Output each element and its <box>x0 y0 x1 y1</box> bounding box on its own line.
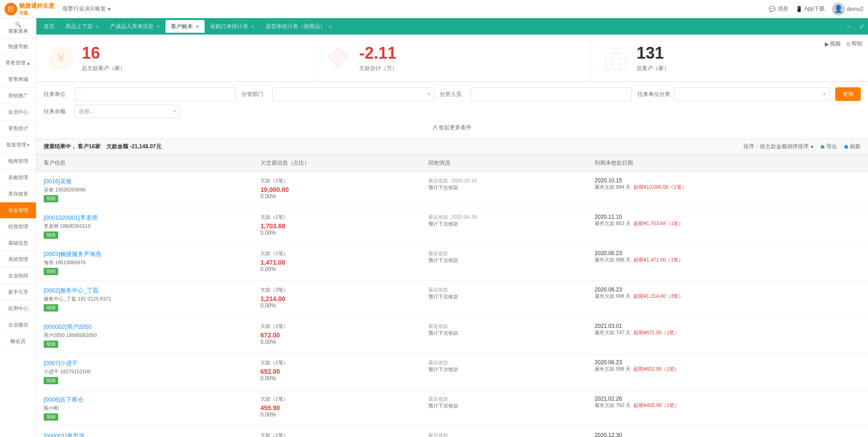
chevron-down-icon: ▾ <box>427 91 430 97</box>
close-icon[interactable]: ✕ <box>95 24 99 29</box>
collapse-filters-button[interactable]: ⋀ 收起更多条件 <box>44 122 861 133</box>
sidebar-item-operations[interactable]: 经营管理 <box>0 219 36 235</box>
sidebar-item-enterprise-collab[interactable]: 企业协同 <box>0 268 36 284</box>
balance-input[interactable]: 选择... ▾ <box>75 105 180 118</box>
export-icon <box>821 145 824 149</box>
sidebar-item-inventory[interactable]: 库存核算 <box>0 186 36 202</box>
chevron-down-icon: ▾ <box>27 143 30 147</box>
filter-balance: 往来余额 选择... ▾ <box>44 105 180 118</box>
filter-row-1: 往来单位 ··· 分管部门 ▾ 分管人员 <box>44 87 861 101</box>
customer-name-link[interactable]: [0001020001]李老师 <box>44 214 246 222</box>
sidebar-item-wholesale-mgmt[interactable]: 批发管理 ▾ <box>0 137 36 153</box>
overdue-days: 最长欠款 747 天 超期¥672.00（1笔） <box>595 329 861 336</box>
category-input[interactable]: ▾ <box>674 87 830 101</box>
chevron-down-icon: ▾ <box>823 91 826 97</box>
customer-name-link[interactable]: [0002]服务中心_丁磊 <box>44 286 246 295</box>
debt-amount[interactable]: 672.00 <box>261 332 414 339</box>
tab-product-listing[interactable]: 商品上下架 ✕ <box>60 20 105 33</box>
tab-purchase-detail[interactable]: 进货单统计表（按商品） ✕ <box>260 20 337 33</box>
debt-amount[interactable]: 10,000.00 <box>261 186 414 193</box>
refresh-button[interactable]: 刷新 <box>844 143 861 151</box>
customer-contact: 服务中心_丁磊 181 0125 8371 <box>44 296 246 302</box>
recovery-cell: 最近收款 预计下次收款 <box>421 354 587 390</box>
overdue-amount[interactable]: 超期¥652.00（1笔） <box>633 366 679 372</box>
sidebar-item-new-guide[interactable]: 新手引导 <box>0 284 36 301</box>
debt-percent: 0.00% <box>261 193 414 200</box>
overdue-amount[interactable]: 超期¥1,703.68（1笔） <box>633 221 683 226</box>
tab-maximize-button[interactable]: ⤢ <box>857 22 866 31</box>
customer-name-link[interactable]: [000001]黄思源 <box>44 432 246 437</box>
due-date-cell: 2021.02.26 最长欠款 750 天 超期¥455.90（1笔） <box>587 390 868 427</box>
due-date-cell: 2020.06.23 最长欠款 998 天 超期¥1,471.00（1笔） <box>587 245 868 281</box>
sidebar-item-marketing[interactable]: 营销推广 <box>0 88 36 104</box>
sidebar-item-enterprise-wechat[interactable]: 企业微信 <box>0 317 36 333</box>
search-menu-button[interactable]: 🔍 搜索菜单 <box>0 18 36 39</box>
debt-amount[interactable]: 652.00 <box>261 368 414 375</box>
sidebar-item-chang-member[interactable]: 畅会员 <box>0 333 36 350</box>
sidebar-item-system[interactable]: 系统管理 <box>0 251 36 268</box>
table-row: [0001020001]李老师 李老师 18600391516 现销 欠款（1笔… <box>36 208 868 245</box>
last-payment-label: 最近收款 <box>428 396 580 402</box>
overdue-amount[interactable]: 超期¥1,214.00（3笔） <box>633 293 683 299</box>
sidebar-item-retail-mall[interactable]: 零售商城 <box>0 71 36 88</box>
overdue-amount[interactable]: 超期¥1,471.00（1笔） <box>633 257 683 262</box>
close-icon[interactable]: ✕ <box>196 24 199 29</box>
tab-purchase-stats[interactable]: 采购订单统计表 ✕ <box>205 20 260 33</box>
video-button[interactable]: ▶ 视频 <box>825 40 841 48</box>
sidebar-item-finance[interactable]: 资金管理 <box>0 202 36 219</box>
customer-tag: 现销 <box>44 413 58 421</box>
top-bar: 好 畅捷通好生意 示版 母婴行业演示账套 ▾ 💬 消息 📱 App下载 👤 de… <box>0 0 868 18</box>
customer-cell: [0001020001]李老师 李老师 18600391516 现销 <box>36 208 253 245</box>
department-input[interactable]: ▾ <box>272 87 434 101</box>
help-button[interactable]: ⊙ 帮助 <box>846 40 863 48</box>
sidebar-item-app-center[interactable]: 应用中心 <box>0 301 36 317</box>
manager-input[interactable]: ··· <box>471 87 632 101</box>
close-icon[interactable]: ✕ <box>328 24 332 29</box>
customer-name-link[interactable]: [0003]畅捷服务尹海燕 <box>44 250 246 258</box>
customer-name-link[interactable]: [0007]小进干 <box>44 359 246 367</box>
sort-label: 排序：按欠款金额倒序排序 <box>743 143 809 151</box>
sidebar-item-quick-nav[interactable]: 快捷导航 <box>0 39 36 55</box>
top-bar-left: 好 畅捷通好生意 示版 母婴行业演示账套 ▾ <box>5 2 114 16</box>
app-download-button[interactable]: 📱 App下载 <box>796 5 825 13</box>
customer-name-link[interactable]: [0006]去下粮仓 <box>44 396 246 404</box>
export-button[interactable]: 导出 <box>821 143 837 151</box>
sort-selector[interactable]: 排序：按欠款金额倒序排序 ▾ <box>743 143 813 151</box>
sidebar-item-member-center[interactable]: 会员中心 <box>0 104 36 121</box>
money-icon: ¥ <box>47 45 75 72</box>
sidebar-item-ecommerce[interactable]: 电商管理 <box>0 153 36 170</box>
due-date: 2020.10.15 <box>595 177 861 184</box>
sidebar-item-basic-info[interactable]: 基础信息 <box>0 235 36 251</box>
tab-home[interactable]: 首页 <box>38 20 60 33</box>
tab-production-history[interactable]: 产成品入库单历史 ✕ <box>105 20 166 33</box>
debt-amount[interactable]: 455.90 <box>261 404 414 412</box>
overdue-amount[interactable]: 超期¥10,000.00（1笔） <box>633 184 686 190</box>
message-button[interactable]: 💬 消息 <box>769 5 788 13</box>
debt-amount[interactable]: 1,703.68 <box>261 222 414 230</box>
chevron-down-icon: ▾ <box>108 6 110 12</box>
user-menu[interactable]: 👤 demo2 <box>832 3 863 15</box>
store-selector[interactable]: 母婴行业演示账套 ▾ <box>58 5 114 13</box>
svg-rect-7 <box>609 63 613 66</box>
customer-name-link[interactable]: [000002]用户2050 <box>44 323 246 331</box>
stat-number-total-customers: 131 <box>637 44 857 63</box>
debt-amount[interactable]: 1,471.00 <box>261 259 414 266</box>
overdue-amount[interactable]: 超期¥455.90（1笔） <box>633 402 679 408</box>
search-button[interactable]: 查询 <box>835 87 861 101</box>
main-layout: 🔍 搜索菜单 快捷导航 零售管理 ▲ 零售商城 营销推广 会员中心 零售统计 批… <box>0 18 868 437</box>
sidebar-item-retail-mgmt[interactable]: 零售管理 ▲ <box>0 55 36 71</box>
close-icon[interactable]: ✕ <box>156 24 160 29</box>
download-icon: 📱 <box>796 6 803 12</box>
company-input[interactable]: ··· <box>75 87 236 101</box>
due-date-cell: 2021.03.01 最长欠款 747 天 超期¥672.00（1笔） <box>587 317 868 354</box>
diamond-icon <box>325 45 352 72</box>
debt-amount[interactable]: 1,214.00 <box>261 295 414 302</box>
tab-minimize-button[interactable]: － <box>843 21 853 31</box>
last-payment-label: 最近收款 2020-06-30 <box>428 214 580 221</box>
close-icon[interactable]: ✕ <box>251 24 255 29</box>
overdue-amount[interactable]: 超期¥672.00（1笔） <box>633 330 679 335</box>
tab-customer-account[interactable]: 客户账本 ✕ <box>166 20 205 33</box>
customer-name-link[interactable]: [0016]吴俊 <box>44 177 246 186</box>
sidebar-item-purchase-mgmt[interactable]: 采购管理 <box>0 170 36 186</box>
sidebar-item-retail-stats[interactable]: 零售统计 <box>0 121 36 137</box>
